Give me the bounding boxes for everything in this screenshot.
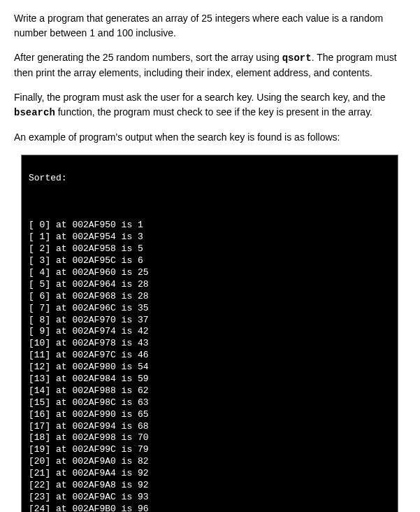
terminal-header: Sorted: [29,173,391,185]
terminal-row: [22] at 002AF9A8 is 92 [29,480,391,492]
terminal-row: [ 4] at 002AF960 is 25 [29,267,391,279]
text: function, the program must check to see … [55,106,372,118]
terminal-row: [ 2] at 002AF958 is 5 [29,243,391,255]
blank-line [29,197,391,208]
terminal-row: [19] at 002AF99C is 79 [29,444,391,456]
terminal-row: [ 0] at 002AF950 is 1 [29,220,391,232]
paragraph-search: Finally, the program must ask the user f… [14,90,406,120]
paragraph-sort: After generating the 25 random numbers, … [14,50,406,80]
terminal-row: [15] at 002AF98C is 63 [29,397,391,409]
terminal-row: [ 3] at 002AF95C is 6 [29,255,391,267]
terminal-row: [10] at 002AF978 is 43 [29,338,391,350]
text: An example of program's output when the … [14,131,340,143]
terminal-row: [ 8] at 002AF970 is 37 [29,315,391,327]
terminal-row: [23] at 002AF9AC is 93 [29,492,391,504]
terminal-row: [ 9] at 002AF974 is 42 [29,326,391,338]
terminal-row: [ 6] at 002AF968 is 28 [29,291,391,303]
text: Finally, the program must ask the user f… [14,92,385,103]
terminal-row: [11] at 002AF97C is 46 [29,350,391,362]
terminal-rows: [ 0] at 002AF950 is 1[ 1] at 002AF954 is… [29,220,391,512]
terminal-row: [12] at 002AF980 is 54 [29,362,391,374]
paragraph-intro: Write a program that generates an array … [14,11,406,41]
terminal-row: [18] at 002AF998 is 70 [29,432,391,444]
code-bsearch: bsearch [14,107,55,118]
terminal-output: Sorted: [ 0] at 002AF950 is 1[ 1] at 002… [21,155,398,512]
terminal-row: [16] at 002AF990 is 65 [29,409,391,421]
terminal-row: [13] at 002AF984 is 59 [29,374,391,385]
text: After generating the 25 random numbers, … [14,52,282,63]
paragraph-example: An example of program's output when the … [14,130,406,145]
terminal-row: [24] at 002AF9B0 is 96 [29,504,391,512]
terminal-row: [ 7] at 002AF96C is 35 [29,303,391,315]
text: Write a program that generates an array … [14,13,383,38]
terminal-row: [ 5] at 002AF964 is 28 [29,279,391,291]
terminal-row: [14] at 002AF988 is 62 [29,385,391,397]
terminal-row: [17] at 002AF994 is 68 [29,421,391,433]
code-qsort: qsort [282,52,312,64]
terminal-row: [20] at 002AF9A0 is 82 [29,456,391,468]
terminal-row: [ 1] at 002AF954 is 3 [29,232,391,243]
terminal-row: [21] at 002AF9A4 is 92 [29,468,391,480]
